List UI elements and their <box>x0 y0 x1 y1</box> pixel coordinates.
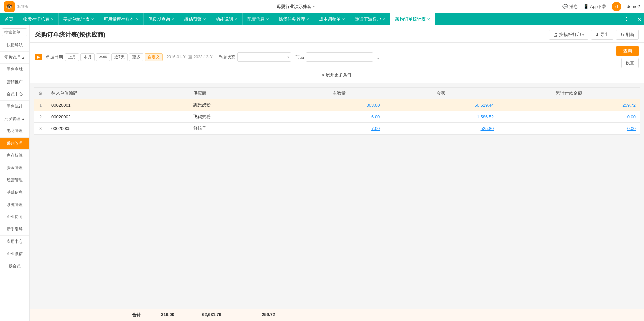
sidebar-item-retail-stats[interactable]: 零售统计 <box>0 101 29 113</box>
top-bar-right: 💬 消息 📱 App下载 d demo2 <box>562 2 640 11</box>
row-paid[interactable]: 0.00 <box>498 111 640 123</box>
row-qty[interactable]: 6.00 <box>295 111 384 123</box>
footer-cells: 合计 316.00 62,631.76 259.72 <box>34 312 640 318</box>
row-supplier: 飞鹤奶粉 <box>189 111 295 123</box>
tab-baocun-close-icon[interactable]: ✕ <box>171 17 174 22</box>
sidebar-item-quicknav[interactable]: 快捷导航 <box>0 39 29 52</box>
row-seq: 2 <box>34 111 47 123</box>
nav-expand-button[interactable]: ⛶ <box>623 13 634 25</box>
footer-paid: 259.72 <box>225 312 279 318</box>
filter-toggle-button[interactable]: ▶ <box>35 54 42 60</box>
row-paid[interactable]: 259.72 <box>498 99 640 111</box>
tab-chaochu-label: 超储预警 <box>184 16 202 22</box>
sidebar-item-member[interactable]: 会员中心 <box>0 88 29 101</box>
date-option-this-year[interactable]: 本年 <box>96 53 110 61</box>
filter-goods-ellipsis-icon[interactable]: … <box>375 55 382 60</box>
export-button[interactable]: ⬇ 导出 <box>591 30 613 40</box>
sidebar-item-purchase[interactable]: 采购管理 <box>0 138 29 150</box>
expand-more-button[interactable]: ▾ 展开更多条件 <box>319 71 355 79</box>
tab-home-label: 首页 <box>5 16 13 22</box>
sidebar-item-ecom[interactable]: 电商管理 <box>0 125 29 138</box>
app-download-label: App下载 <box>590 4 606 10</box>
sidebar-item-member2[interactable]: 畅会员 <box>0 260 29 273</box>
row-amount[interactable]: 525.80 <box>384 123 498 135</box>
query-button[interactable]: 查询 <box>616 46 639 56</box>
table-footer: 合计 316.00 62,631.76 259.72 <box>30 309 644 321</box>
tab-peizhi[interactable]: 配置信息 ✕ <box>243 13 274 25</box>
sidebar-item-wechat[interactable]: 企业微信 <box>0 248 29 260</box>
sidebar-item-batch[interactable]: 批发管理 ▲ <box>0 113 29 125</box>
row-seq: 3 <box>34 123 47 135</box>
tab-yaohuodan[interactable]: 要货单统计表 ✕ <box>59 13 99 25</box>
row-qty[interactable]: 303.00 <box>295 99 384 111</box>
tab-chaochu-close-icon[interactable]: ✕ <box>203 17 206 22</box>
date-option-more[interactable]: 更多 <box>129 53 143 61</box>
message-label: 消息 <box>569 4 578 10</box>
sidebar-item-finance[interactable]: 资金管理 <box>0 162 29 174</box>
workspace-selector[interactable]: 母婴行业演示账套 ▾ <box>277 4 315 10</box>
tab-home[interactable]: 首页 <box>0 13 18 25</box>
sidebar-item-basic[interactable]: 基础信息 <box>0 186 29 199</box>
tab-yaoqing[interactable]: 邀请下游客户 ✕ <box>350 13 390 25</box>
refresh-button[interactable]: ↻ 刷新 <box>616 30 639 40</box>
sidebar-item-retail-store[interactable]: 零售商城 <box>0 64 29 76</box>
sidebar-item-marketing[interactable]: 营销推广 <box>0 76 29 89</box>
row-amount[interactable]: 1,586.52 <box>384 111 498 123</box>
app-download-button[interactable]: 📱 App下载 <box>583 4 606 10</box>
sidebar-item-inventory[interactable]: 库存核算 <box>0 150 29 162</box>
workspace-name: 母婴行业演示账套 <box>277 4 312 10</box>
tab-caigou[interactable]: 采购订单统计表 ✕ <box>390 13 435 25</box>
message-button[interactable]: 💬 消息 <box>562 4 578 10</box>
date-option-last-7-days[interactable]: 近7天 <box>111 53 128 61</box>
row-qty[interactable]: 7.00 <box>295 123 384 135</box>
tab-kuyun-close-icon[interactable]: ✕ <box>136 17 139 22</box>
date-option-this-month[interactable]: 本月 <box>80 53 95 61</box>
tab-shoufaa-close-icon[interactable]: ✕ <box>51 17 54 22</box>
tab-kuyun[interactable]: 可用量库存账本 ✕ <box>99 13 144 25</box>
sidebar-purchase-label: 采购管理 <box>7 141 23 146</box>
tab-chengben-close-icon[interactable]: ✕ <box>342 17 345 22</box>
tab-peizhi-close-icon[interactable]: ✕ <box>266 17 269 22</box>
sidebar-item-system[interactable]: 系统管理 <box>0 199 29 211</box>
tab-gongneng[interactable]: 功能说明 ✕ <box>211 13 243 25</box>
tab-kuyun-label: 可用量库存账本 <box>104 16 134 22</box>
tab-yaoqing-close-icon[interactable]: ✕ <box>382 17 385 22</box>
tab-yaohuodan-close-icon[interactable]: ✕ <box>91 17 94 22</box>
date-option-last-month[interactable]: 上月 <box>65 53 79 61</box>
sidebar-corp-label: 企业协同 <box>7 214 23 219</box>
tab-pihuo[interactable]: 拣货任务管理 ✕ <box>274 13 314 25</box>
avatar-text: d <box>615 4 618 9</box>
sidebar-item-corp[interactable]: 企业协同 <box>0 211 29 223</box>
sidebar-appcenter-label: 应用中心 <box>7 239 23 244</box>
filter-goods-input[interactable] <box>306 52 373 62</box>
sidebar-member2-label: 畅会员 <box>9 264 21 268</box>
tab-gongneng-close-icon[interactable]: ✕ <box>234 17 237 22</box>
sidebar-item-guide[interactable]: 新手引导 <box>0 223 29 236</box>
filter-status-label: 单据状态 <box>218 54 235 60</box>
filter-status-select[interactable] <box>237 52 291 62</box>
tab-chengben[interactable]: 成本调整单 ✕ <box>314 13 350 25</box>
table-settings-icon[interactable]: ⚙ <box>38 91 43 96</box>
user-name[interactable]: demo2 <box>627 4 640 9</box>
export-label: 导出 <box>600 32 609 38</box>
sidebar-search-input[interactable] <box>2 28 27 36</box>
tab-pihuo-close-icon[interactable]: ✕ <box>306 17 309 22</box>
date-custom-tag[interactable]: 自定义 <box>145 53 163 61</box>
tab-caigou-close-icon[interactable]: ✕ <box>427 17 430 22</box>
tab-baocun[interactable]: 保质期查询 ✕ <box>144 13 179 25</box>
sidebar-batch-arrow-icon: ▲ <box>22 117 25 121</box>
tab-gongneng-label: 功能说明 <box>216 16 233 22</box>
sidebar-retail-store-label: 零售商城 <box>7 67 23 72</box>
sidebar-item-appcenter[interactable]: 应用中心 <box>0 236 29 248</box>
filter-settings-button[interactable]: 设置 <box>621 58 639 68</box>
avatar[interactable]: d <box>612 2 621 11</box>
row-amount[interactable]: 60,519.44 <box>384 99 498 111</box>
sidebar-item-retail[interactable]: 零售管理 ▲ <box>0 52 29 64</box>
row-paid[interactable]: 0.00 <box>498 123 640 135</box>
tab-chaochu[interactable]: 超储预警 ✕ <box>179 13 211 25</box>
tab-shoufaa-label: 收发存汇总表 <box>23 16 49 22</box>
nav-close-all-button[interactable]: ✕ <box>634 13 644 25</box>
print-button[interactable]: 🖨 按模板打印 ▾ <box>549 30 588 40</box>
tab-shoufaa[interactable]: 收发存汇总表 ✕ <box>18 13 59 25</box>
sidebar-item-ops[interactable]: 经营管理 <box>0 174 29 187</box>
